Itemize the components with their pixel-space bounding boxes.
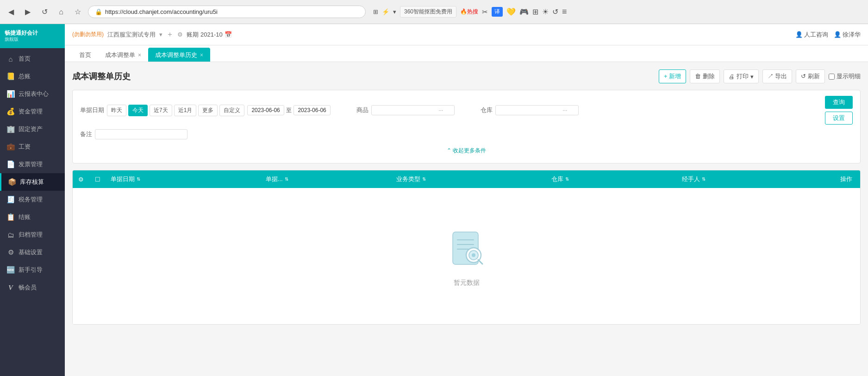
warehouse-filter: 仓库 ··· <box>481 105 579 115</box>
select-all-checkbox[interactable]: ☐ <box>95 176 100 183</box>
print-button[interactable]: 🖨 🖨 打印 打印 ▾ <box>724 69 759 83</box>
settings-gear-icon[interactable]: ⚙ <box>177 31 183 38</box>
user-info[interactable]: 👤 徐泽华 <box>834 31 861 39</box>
sidebar-item-close-label: 结账 <box>19 213 31 221</box>
date-btn-more[interactable]: 更多 <box>198 105 218 116</box>
date-filter: 单据日期 昨天 今天 近7天 近1月 更多 自定义 至 <box>80 105 331 116</box>
main-content: (勿删勿禁用) 江西服宝测试专用 ▾ ＋ ⚙ 账期 2021-10 📅 👤 人工… <box>65 24 868 376</box>
address-bar[interactable]: 🔒 https://cloud.chanjet.com/accounting/u… <box>88 6 366 18</box>
data-table: ⚙ ☐ 单据日期 ⇅ 单据... ⇅ 业务类型 ⇅ <box>72 170 861 325</box>
filter-panel: 单据日期 昨天 今天 近7天 近1月 更多 自定义 至 <box>72 90 861 163</box>
star-button[interactable]: ☆ <box>71 6 84 19</box>
translate-icon[interactable]: 译 <box>492 7 503 17</box>
sidebar-item-guide[interactable]: 🆕 新手引导 <box>0 261 65 279</box>
voucher-sort-icon: ⇅ <box>285 177 288 181</box>
report-icon: 📊 <box>6 90 15 98</box>
sidebar-item-ledger[interactable]: 📒 总账 <box>0 68 65 85</box>
game-icon[interactable]: 🎮 <box>519 7 529 16</box>
close-accounts-icon: 📋 <box>6 213 15 221</box>
tab-bar: 首页 成本调整单 × 成本调整单历史 × <box>65 45 868 62</box>
forward-button[interactable]: ▶ <box>21 6 34 19</box>
th-date[interactable]: 单据日期 ⇅ <box>106 175 261 183</box>
calendar-icon[interactable]: 📅 <box>225 31 232 38</box>
add-button[interactable]: + 新增 <box>659 69 686 83</box>
date-filter-label: 单据日期 <box>80 106 104 114</box>
sidebar-item-inventory[interactable]: 📦 库存核算 <box>0 173 65 191</box>
sidebar-item-asset[interactable]: 🏢 固定资产 <box>0 120 65 138</box>
sidebar-item-fund[interactable]: 💰 资金管理 <box>0 103 65 120</box>
date-filter-buttons: 昨天 今天 近7天 近1月 更多 自定义 <box>107 105 244 116</box>
tab-cost-adjust-close[interactable]: × <box>138 52 141 58</box>
delete-button[interactable]: 🗑 删除 <box>690 69 720 83</box>
brightness-icon[interactable]: ☀ <box>542 7 549 16</box>
th-checkbox[interactable]: ☐ <box>89 176 106 183</box>
undo-icon[interactable]: ↺ <box>552 7 558 16</box>
th-biz-type[interactable]: 业务类型 ⇅ <box>392 175 547 183</box>
sidebar-item-invoice[interactable]: 📄 发票管理 <box>0 156 65 173</box>
column-settings-icon: ⚙ <box>78 176 84 183</box>
tab-cost-adjust-history[interactable]: 成本调整单历史 × <box>148 48 210 62</box>
tab-history-close[interactable]: × <box>200 52 203 58</box>
sidebar-item-close-accounts[interactable]: 📋 结账 <box>0 208 65 226</box>
sidebar-item-member-label: 畅会员 <box>19 283 37 292</box>
settings-icon: ⚙ <box>6 248 15 257</box>
svg-point-7 <box>472 253 475 257</box>
query-button[interactable]: 查询 <box>825 96 853 109</box>
sidebar-item-settings[interactable]: ⚙ 基础设置 <box>0 244 65 261</box>
th-handler[interactable]: 经手人 ⇅ <box>677 175 832 183</box>
refresh-btn[interactable]: ↺ 刷新 <box>796 69 825 83</box>
date-btn-1month[interactable]: 近1月 <box>174 105 197 116</box>
tab-home[interactable]: 首页 <box>72 48 98 62</box>
th-settings[interactable]: ⚙ <box>73 176 89 183</box>
sidebar: 畅捷通好会计 旗舰版 ⌂ 首页 📒 总账 📊 云报表中心 💰 资金管理 � <box>0 24 65 376</box>
sidebar-item-home[interactable]: ⌂ 首页 <box>0 50 65 68</box>
date-btn-7days[interactable]: 近7天 <box>150 105 172 116</box>
company-name: 江西服宝测试专用 <box>107 31 156 39</box>
export-button[interactable]: ↗ 导出 <box>762 69 793 83</box>
remark-input[interactable] <box>95 129 187 139</box>
dropdown-icon[interactable]: ▾ <box>393 8 396 15</box>
date-btn-today[interactable]: 今天 <box>128 105 148 116</box>
url-text: https://cloud.chanjet.com/accounting/uru… <box>105 8 218 15</box>
refresh-button[interactable]: ↺ <box>38 6 51 19</box>
date-to-input[interactable] <box>293 105 331 115</box>
hot-search[interactable]: 🔥热搜 <box>460 8 478 16</box>
home-button[interactable]: ⌂ <box>55 6 68 19</box>
sidebar-item-report[interactable]: 📊 云报表中心 <box>0 85 65 103</box>
sidebar-item-payroll[interactable]: 💼 工资 <box>0 138 65 156</box>
sidebar-item-archive[interactable]: 🗂 归档管理 <box>0 226 65 244</box>
empty-state: 暂元数据 <box>73 188 860 324</box>
warehouse-select[interactable]: ··· <box>495 105 579 115</box>
date-from-input[interactable] <box>247 105 284 115</box>
sidebar-item-settings-label: 基础设置 <box>19 248 43 257</box>
sidebar-item-tax[interactable]: 🧾 税务管理 <box>0 191 65 208</box>
print-dropdown-icon[interactable]: ▾ <box>750 73 754 80</box>
extensions-icon[interactable]: ⊞ <box>373 8 378 15</box>
add-icon[interactable]: ＋ <box>166 30 174 39</box>
settings-button[interactable]: 设置 <box>825 112 853 125</box>
date-separator: 至 <box>286 107 292 114</box>
wallet-icon[interactable]: 💛 <box>506 7 516 16</box>
back-button[interactable]: ◀ <box>5 6 18 19</box>
scissors-icon[interactable]: ✂ <box>482 8 488 16</box>
search-360[interactable]: 360智能抠图免费用 <box>400 6 456 18</box>
tab-cost-adjust[interactable]: 成本调整单 × <box>98 48 148 62</box>
lightning-icon[interactable]: ⚡ <box>382 8 389 15</box>
dropdown-company-icon[interactable]: ▾ <box>159 31 162 38</box>
customer-service-btn[interactable]: 👤 人工咨询 <box>795 31 828 39</box>
sidebar-item-member[interactable]: V 畅会员 <box>0 279 65 296</box>
show-detail-checkbox[interactable]: 显示明细 <box>829 72 861 81</box>
show-detail-label: 显示明细 <box>837 72 861 81</box>
th-voucher[interactable]: 单据... ⇅ <box>261 175 392 183</box>
grid-icon[interactable]: ⊞ <box>532 7 538 16</box>
goods-filter: 商品 ··· <box>356 105 455 115</box>
date-btn-yesterday[interactable]: 昨天 <box>107 105 126 116</box>
th-warehouse[interactable]: 仓库 ⇅ <box>547 175 677 183</box>
show-detail-input[interactable] <box>829 74 835 80</box>
date-btn-custom[interactable]: 自定义 <box>219 105 244 116</box>
collapse-button[interactable]: ⌃ 收起更多条件 <box>447 144 486 157</box>
sidebar-item-fund-label: 资金管理 <box>19 107 43 116</box>
goods-select[interactable]: ··· <box>371 105 455 115</box>
page-area: 成本调整单历史 + 新增 🗑 删除 🖨 🖨 打印 打印 ▾ ↗ 导出 ↺ 刷新 … <box>65 62 868 376</box>
menu-icon[interactable]: ≡ <box>562 7 567 17</box>
